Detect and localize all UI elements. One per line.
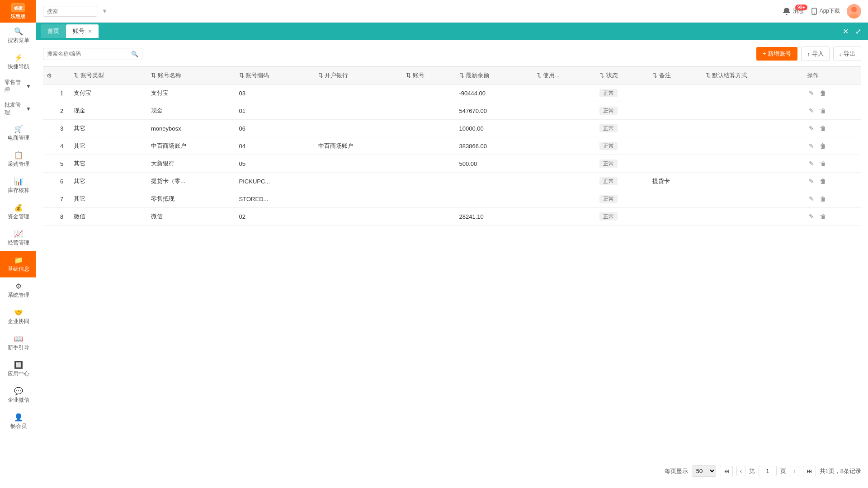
delete-button[interactable]: 🗑 [818, 177, 828, 186]
edit-button[interactable]: ✎ [807, 124, 816, 133]
sidebar-item-wechat[interactable]: 💬 企业微信 [0, 382, 36, 408]
row-action-cell: ✎ 🗑 [803, 155, 861, 173]
status-column-header[interactable]: ⇅ 状态 [596, 67, 649, 84]
usage-column-header[interactable]: ⇅ 使用... [533, 67, 596, 84]
sidebar-item-guide[interactable]: 📖 新手引导 [0, 330, 36, 356]
delete-button[interactable]: 🗑 [818, 159, 828, 168]
row-balance-cell: -90444.00 [456, 84, 533, 102]
export-button[interactable]: ↓ 导出 [833, 47, 862, 61]
row-type-cell: 支付宝 [70, 84, 147, 102]
search-icon[interactable]: 🔍 [131, 51, 138, 57]
tab-home[interactable]: 首页 [41, 24, 66, 38]
top-header: ▼ 消息 99+ App下载 [36, 0, 868, 23]
row-account-cell [402, 155, 455, 173]
edit-button[interactable]: ✎ [807, 106, 816, 115]
row-remark-cell [649, 120, 702, 137]
notification-button[interactable]: 消息 99+ [782, 7, 804, 16]
edit-button[interactable]: ✎ [807, 177, 816, 186]
page-number-input[interactable] [759, 466, 777, 476]
dropdown-chevron-icon[interactable]: ▼ [102, 8, 108, 14]
delete-button[interactable]: 🗑 [818, 106, 828, 115]
row-account-cell [402, 208, 455, 225]
prev-page-button[interactable]: ‹ [736, 466, 745, 476]
row-default-payment-cell [702, 208, 804, 225]
table-row: 6 其它 提货卡（零... PICKUPC... 正常 提货卡 ✎ 🗑 [43, 173, 861, 190]
first-page-button[interactable]: ⏮ [720, 466, 733, 476]
sidebar-item-collab[interactable]: 🤝 企业协同 [0, 304, 36, 330]
add-account-button[interactable]: + 新增账号 [756, 47, 797, 61]
edit-button[interactable]: ✎ [807, 141, 816, 150]
sidebar-item-quick-nav[interactable]: ⚡ 快捷导航 [0, 49, 36, 75]
name-column-header[interactable]: ⇅ 账号名称 [147, 67, 236, 84]
app-download-button[interactable]: App下载 [811, 7, 840, 15]
per-page-select[interactable]: 50 20 100 [692, 465, 716, 477]
row-default-payment-cell [702, 190, 804, 208]
tab-home-label: 首页 [47, 27, 59, 35]
logo-icon: 畅捷通 [11, 3, 25, 12]
tab-account[interactable]: 账号 ✕ [66, 24, 99, 38]
row-num-cell: 3 [57, 120, 70, 137]
delete-button[interactable]: 🗑 [818, 212, 828, 221]
sidebar-item-system[interactable]: ⚙ 系统管理 [0, 277, 36, 304]
account-column-header[interactable]: ⇅ 账号 [402, 67, 455, 84]
sidebar-item-ecommerce-label: 电商管理 [8, 135, 29, 141]
remark-column-header[interactable]: ⇅ 备注 [649, 67, 702, 84]
sidebar-item-operations[interactable]: 📈 经营管理 [0, 225, 36, 251]
row-status-cell: 正常 [596, 84, 649, 102]
row-num-cell: 6 [57, 173, 70, 190]
sidebar-item-retail[interactable]: 零售管理 ▼ [0, 75, 36, 98]
search-box[interactable]: 🔍 [43, 48, 142, 60]
table-row: 8 微信 微信 02 28241.10 正常 ✎ 🗑 [43, 208, 861, 225]
row-name-cell: 微信 [147, 208, 236, 225]
top-search-input[interactable] [43, 6, 97, 17]
row-balance-cell: 500.00 [456, 155, 533, 173]
row-num-cell: 8 [57, 208, 70, 225]
row-type-cell: 现金 [70, 102, 147, 120]
delete-button[interactable]: 🗑 [818, 124, 828, 133]
edit-button[interactable]: ✎ [807, 194, 816, 203]
balance-column-header[interactable]: ⇅ 最新余额 [456, 67, 533, 84]
sidebar-item-ecommerce[interactable]: 🛒 电商管理 [0, 120, 36, 146]
edit-button[interactable]: ✎ [807, 89, 816, 98]
bank-column-header[interactable]: ⇅ 开户银行 [315, 67, 403, 84]
edit-button[interactable]: ✎ [807, 212, 816, 221]
row-account-cell [402, 84, 455, 102]
notification-badge: 99+ [795, 5, 807, 10]
sidebar-item-basic-info[interactable]: 📁 基础信息 [0, 251, 36, 277]
sidebar-item-purchase[interactable]: 📋 采购管理 [0, 146, 36, 173]
tab-expand-btn[interactable]: ⤢ [853, 26, 863, 37]
last-page-button[interactable]: ⏭ [803, 466, 816, 476]
row-status-cell: 正常 [596, 155, 649, 173]
sidebar-item-search[interactable]: 🔍 搜索菜单 [0, 23, 36, 49]
row-account-cell [402, 102, 455, 120]
row-remark-cell [649, 155, 702, 173]
sidebar-item-app-center[interactable]: 🔲 应用中心 [0, 356, 36, 382]
row-account-cell [402, 137, 455, 155]
sidebar-item-finance[interactable]: 💰 资金管理 [0, 199, 36, 225]
import-button[interactable]: ↑ 导入 [801, 47, 830, 61]
next-page-button[interactable]: › [790, 466, 799, 476]
type-column-header[interactable]: ⇅ 账号类型 [70, 67, 147, 84]
sidebar-item-wholesale[interactable]: 批发管理 ▼ [0, 98, 36, 120]
delete-button[interactable]: 🗑 [818, 194, 828, 203]
search-input[interactable] [47, 51, 129, 57]
delete-button[interactable]: 🗑 [818, 141, 828, 150]
avatar[interactable] [847, 4, 861, 19]
tab-account-close-icon[interactable]: ✕ [88, 29, 92, 34]
row-usage-cell [533, 208, 596, 225]
edit-button[interactable]: ✎ [807, 159, 816, 168]
code-column-header[interactable]: ⇅ 账号编码 [236, 67, 315, 84]
delete-button[interactable]: 🗑 [818, 89, 828, 98]
table-row: 3 其它 moneybosx 06 10000.00 正常 ✎ 🗑 [43, 120, 861, 137]
tab-close-btn[interactable]: ✕ [840, 26, 851, 37]
settings-column-header[interactable]: ⚙ [43, 67, 57, 84]
sidebar-item-membership-label: 畅会员 [10, 423, 27, 429]
status-badge: 正常 [599, 89, 618, 97]
row-type-cell: 其它 [70, 155, 147, 173]
table-row: 4 其它 中百商场账户 04 中百商场账户 383866.00 正常 ✎ 🗑 [43, 137, 861, 155]
membership-icon: 👤 [4, 413, 33, 422]
sidebar-item-inventory[interactable]: 📊 库存核算 [0, 173, 36, 199]
sidebar-item-membership[interactable]: 👤 畅会员 [0, 408, 36, 435]
default-payment-column-header[interactable]: ⇅ 默认结算方式 [702, 67, 804, 84]
row-balance-cell [456, 173, 533, 190]
